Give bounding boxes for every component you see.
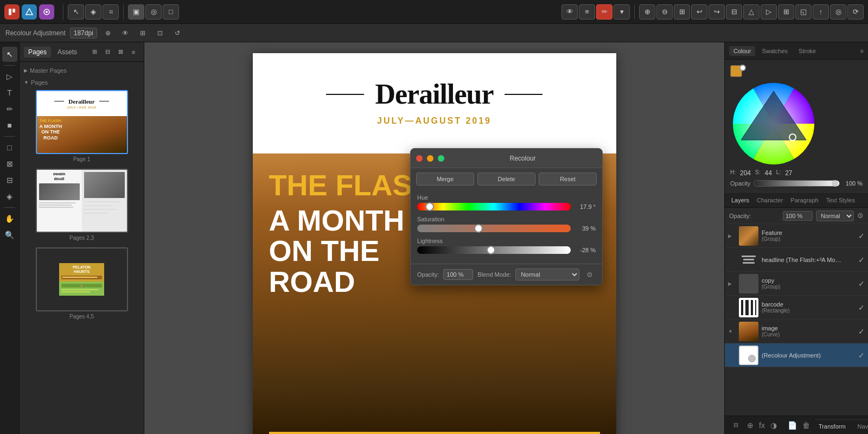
tab-swatches[interactable]: Swatches (757, 46, 792, 56)
layers-gear[interactable]: ⚙ (857, 212, 864, 220)
reset-btn[interactable]: ↺ (171, 27, 184, 39)
dpi-display[interactable]: 187dpi (70, 28, 97, 39)
reset-button[interactable]: Reset (539, 173, 597, 186)
pages-section-header[interactable]: ▼ Pages (24, 78, 139, 87)
tool-select[interactable]: ↖ (2, 47, 17, 62)
tool-fill[interactable]: ■ (2, 118, 17, 133)
saturation-slider-track[interactable] (417, 225, 571, 232)
layer-expand-copy[interactable]: ▶ (728, 281, 736, 286)
bp-add-icon[interactable]: ⊕ (747, 421, 754, 430)
tool-hand[interactable]: ✋ (2, 211, 17, 226)
pen-tool[interactable]: ✏ (596, 4, 612, 20)
opacity-thumb[interactable] (832, 180, 838, 187)
tool-text[interactable]: T (2, 85, 17, 100)
dialog-close-btn[interactable] (416, 155, 423, 162)
view-btn[interactable]: 👁 (119, 27, 132, 39)
page-thumb-23[interactable]: owaindoull (36, 169, 128, 233)
lightness-slider-thumb[interactable] (487, 246, 495, 254)
tool-table[interactable]: ⊟ (2, 173, 17, 188)
tab-paragraph[interactable]: Paragraph (787, 196, 821, 205)
share[interactable]: ◎ (830, 4, 846, 20)
frame-tool[interactable]: ▣ (128, 4, 144, 20)
bp-layers-icon[interactable]: ⊟ (730, 420, 742, 430)
blend-mode-select[interactable]: Normal Multiply Screen Overlay (515, 269, 579, 280)
rect-tool[interactable]: □ (163, 4, 179, 20)
merge-button[interactable]: Merge (416, 173, 474, 186)
bp-fx-icon[interactable]: fx (759, 421, 765, 430)
snapping-btn[interactable]: ⊡ (154, 27, 167, 39)
sync[interactable]: ⟳ (847, 4, 864, 20)
transform[interactable]: ◱ (795, 4, 812, 20)
layer-vis-feature[interactable]: ✓ (858, 232, 865, 240)
select-tool[interactable]: ↖ (68, 4, 84, 20)
layer-recolour[interactable]: (Recolour Adjustment) ✓ (725, 343, 868, 367)
tab-stroke[interactable]: Stroke (794, 46, 820, 56)
panel-delete-page[interactable]: ⊠ (114, 46, 126, 58)
master-pages-section[interactable]: ▶ Master Pages (24, 66, 139, 75)
layer-expand-feature[interactable]: ▶ (728, 233, 736, 239)
app-icon-designer[interactable] (22, 4, 37, 20)
layer-vis-image[interactable]: ✓ (858, 327, 865, 336)
layer-vis-recolour[interactable]: ✓ (858, 351, 865, 360)
tab-navigator[interactable]: Navigator (854, 422, 868, 431)
cols-tool[interactable]: ≡ (579, 4, 595, 20)
lightness-slider-track[interactable] (417, 246, 571, 254)
node-tool[interactable]: ◈ (85, 4, 101, 20)
app-icon-photo[interactable] (39, 4, 54, 20)
bp-trash-icon[interactable]: 🗑 (802, 421, 810, 430)
tab-text-styles[interactable]: Text Styles (823, 196, 858, 205)
page-thumb-1[interactable]: Derailleur JULY—AUG 2019 THE FLASH: A MO… (36, 90, 128, 154)
app-icon-publisher[interactable] (4, 4, 20, 20)
layer-copy[interactable]: ▶ copy (Group) ✓ (725, 272, 868, 296)
tab-assets[interactable]: Assets (53, 47, 81, 58)
dialog-maximize-btn[interactable] (438, 155, 444, 162)
zoom-in[interactable]: ⊕ (639, 4, 655, 20)
page-thumb-45[interactable]: PELATONHAUNTS 🚴 (36, 247, 128, 311)
grid-btn[interactable]: ⊞ (136, 27, 149, 39)
color-wheel-container[interactable] (730, 80, 817, 167)
tool-color[interactable]: ◈ (2, 189, 17, 204)
layer-expand-image[interactable]: ▼ (728, 329, 736, 334)
hue-slider-track[interactable] (417, 203, 571, 210)
swatch-gold[interactable] (730, 65, 742, 77)
layer-vis-copy[interactable]: ✓ (858, 279, 865, 288)
panel-more[interactable]: ≡ (127, 46, 139, 58)
opacity-footer-input[interactable] (443, 269, 473, 280)
export[interactable]: ↑ (813, 4, 829, 20)
view-tool[interactable]: 👁 (561, 4, 578, 20)
layer-image[interactable]: ▼ image (Curve) ✓ (725, 320, 868, 343)
transform-btn[interactable]: ⊕ (101, 27, 114, 39)
delete-button[interactable]: Delete (477, 173, 535, 186)
dialog-minimize-btn[interactable] (427, 155, 433, 162)
saturation-slider-thumb[interactable] (474, 224, 483, 233)
tab-layers[interactable]: Layers (728, 196, 752, 205)
hue-slider-thumb[interactable] (425, 202, 434, 211)
tool-zoom[interactable]: 🔍 (2, 227, 17, 242)
opacity-slider[interactable] (754, 180, 840, 187)
tool-draw[interactable]: ✏ (2, 101, 17, 117)
panel-options-btn[interactable]: ≡ (860, 48, 864, 54)
layer-vis-barcode[interactable]: ✓ (858, 303, 865, 312)
bp-mask-icon[interactable]: ◑ (770, 421, 777, 430)
layers-opacity-input[interactable] (783, 211, 813, 221)
tab-transform[interactable]: Transform (815, 422, 849, 431)
ellipse-frame-tool[interactable]: ◎ (145, 4, 162, 20)
fit-page[interactable]: ⊞ (674, 4, 690, 20)
undo[interactable]: ↩ (691, 4, 707, 20)
blend-mode-gear[interactable]: ⚙ (584, 269, 596, 280)
crop-tool[interactable]: ⌗ (103, 4, 119, 20)
tab-character[interactable]: Character (754, 196, 786, 205)
grid[interactable]: ⊞ (778, 4, 794, 20)
layer-vis-headline[interactable]: ✓ (858, 256, 865, 264)
pen-tool-arrow[interactable]: ▾ (614, 4, 630, 20)
bp-page-icon[interactable]: 📄 (788, 421, 797, 430)
align[interactable]: ⊟ (726, 4, 742, 20)
arrange-bottom[interactable]: ▷ (761, 4, 777, 20)
panel-grid-view[interactable]: ⊟ (101, 46, 113, 58)
panel-add-page[interactable]: ⊞ (88, 46, 100, 58)
arrange-top[interactable]: △ (743, 4, 760, 20)
layers-blend-select[interactable]: Normal (816, 210, 854, 221)
tab-pages[interactable]: Pages (24, 47, 51, 58)
zoom-out[interactable]: ⊖ (656, 4, 673, 20)
layer-barcode[interactable]: barcode (Rectangle) ✓ (725, 296, 868, 320)
